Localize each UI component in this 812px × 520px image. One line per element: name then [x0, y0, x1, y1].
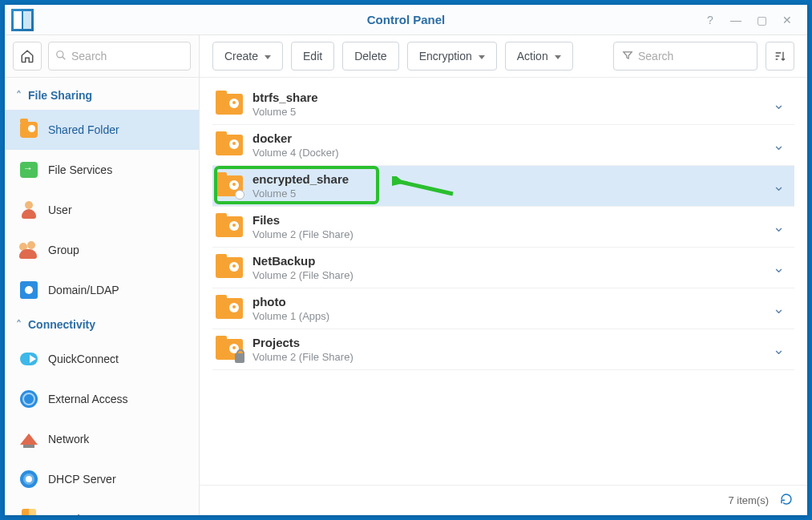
- close-icon[interactable]: ✕: [780, 14, 794, 26]
- sidebar-item-label: User: [48, 204, 72, 216]
- sidebar-item-group[interactable]: Group: [5, 230, 199, 270]
- folder-icon: [216, 133, 243, 157]
- caret-down-icon: [263, 50, 271, 62]
- chevron-down-icon[interactable]: ⌄: [766, 300, 791, 317]
- section-label: File Sharing: [28, 89, 92, 102]
- statusbar: 7 item(s): [200, 485, 807, 515]
- folder-icon: [216, 215, 243, 239]
- folder-sub: Volume 2 (File Share): [252, 269, 766, 281]
- folder-name: NetBackup: [252, 254, 766, 268]
- sidebar-item-domain-ldap[interactable]: Domain/LDAP: [5, 270, 199, 310]
- folder-item-btrfs-share[interactable]: btrfs_share Volume 5 ⌄: [212, 84, 794, 125]
- action-button[interactable]: Action: [505, 42, 573, 71]
- file-services-icon: [19, 160, 38, 179]
- folder-sub: Volume 1 (Apps): [252, 310, 766, 322]
- sidebar-item-external-access[interactable]: External Access: [5, 379, 199, 419]
- caret-down-icon: [477, 50, 485, 62]
- sidebar-item-label: File Services: [48, 163, 112, 176]
- sidebar-item-label: Network: [48, 433, 89, 445]
- folder-text: photo Volume 1 (Apps): [252, 295, 766, 322]
- sidebar-search-input[interactable]: [71, 50, 184, 62]
- section-label: Connectivity: [28, 318, 95, 331]
- chevron-down-icon[interactable]: ⌄: [766, 95, 791, 113]
- main: Create Edit Delete Encryption Action: [200, 35, 807, 515]
- svg-point-0: [57, 50, 63, 57]
- folder-icon: [216, 174, 243, 198]
- folder-name: encrypted_share: [252, 172, 766, 186]
- main-search-input[interactable]: [638, 50, 749, 62]
- sort-button[interactable]: [766, 42, 794, 71]
- caret-down-icon: [553, 50, 561, 62]
- sidebar-item-user[interactable]: User: [5, 190, 199, 230]
- security-icon: [19, 510, 38, 515]
- body: ˄ File Sharing Shared Folder File Servic…: [5, 35, 807, 515]
- folder-item-photo[interactable]: photo Volume 1 (Apps) ⌄: [212, 288, 794, 329]
- shared-folder-icon: [19, 120, 38, 139]
- folder-sub: Volume 2 (File Share): [252, 228, 766, 240]
- delete-button[interactable]: Delete: [342, 42, 398, 71]
- folder-item-docker[interactable]: docker Volume 4 (Docker) ⌄: [212, 125, 794, 166]
- sidebar-item-label: Domain/LDAP: [48, 284, 119, 296]
- folder-item-encrypted-share[interactable]: encrypted_share Volume 5 ⌄: [212, 166, 794, 207]
- sidebar-search[interactable]: [48, 42, 191, 71]
- network-icon: [19, 429, 38, 449]
- filter-icon: [622, 50, 633, 63]
- encryption-button[interactable]: Encryption: [407, 42, 497, 71]
- folder-text: docker Volume 4 (Docker): [252, 131, 766, 159]
- titlebar: Control Panel ? — ▢ ✕: [5, 5, 807, 35]
- chevron-down-icon[interactable]: ⌄: [766, 341, 791, 358]
- chevron-down-icon[interactable]: ⌄: [766, 259, 791, 276]
- refresh-icon[interactable]: [780, 493, 793, 509]
- folder-sub: Volume 5: [252, 187, 766, 200]
- chevron-down-icon[interactable]: ⌄: [766, 177, 791, 195]
- sidebar-list[interactable]: ˄ File Sharing Shared Folder File Servic…: [5, 78, 199, 515]
- home-button[interactable]: [13, 42, 42, 71]
- folder-name: btrfs_share: [252, 91, 766, 104]
- folder-icon: [216, 337, 243, 361]
- svg-line-1: [63, 56, 66, 59]
- dhcp-icon: [19, 470, 38, 489]
- sidebar-item-dhcp-server[interactable]: DHCP Server: [5, 459, 199, 499]
- item-count: 7 item(s): [728, 494, 769, 506]
- sidebar-item-file-services[interactable]: File Services: [5, 150, 199, 190]
- toolbar: Create Edit Delete Encryption Action: [200, 35, 807, 78]
- external-access-icon: [19, 389, 38, 409]
- folder-sub: Volume 5: [252, 106, 766, 118]
- chevron-up-icon: ˄: [16, 89, 22, 102]
- folder-name: photo: [252, 295, 766, 308]
- sidebar-item-security[interactable]: Security: [5, 499, 199, 515]
- folder-text: btrfs_share Volume 5: [252, 91, 766, 118]
- sidebar-top: [5, 35, 199, 78]
- sidebar-item-label: Shared Folder: [48, 123, 119, 136]
- folder-text: Projects Volume 2 (File Share): [252, 336, 766, 363]
- window: Control Panel ? — ▢ ✕: [5, 5, 807, 515]
- maximize-icon[interactable]: ▢: [754, 14, 769, 26]
- folder-list[interactable]: btrfs_share Volume 5 ⌄ docker Volume 4 (…: [200, 78, 807, 485]
- chevron-down-icon[interactable]: ⌄: [766, 218, 791, 236]
- create-button[interactable]: Create: [212, 42, 283, 71]
- folder-text: NetBackup Volume 2 (File Share): [252, 254, 766, 281]
- quickconnect-icon: [19, 349, 38, 369]
- group-icon: [19, 240, 38, 260]
- minimize-icon[interactable]: —: [729, 14, 743, 26]
- folder-item-netbackup[interactable]: NetBackup Volume 2 (File Share) ⌄: [212, 248, 794, 288]
- folder-icon: [216, 92, 243, 116]
- folder-item-projects[interactable]: Projects Volume 2 (File Share) ⌄: [212, 329, 794, 370]
- chevron-down-icon[interactable]: ⌄: [766, 136, 791, 154]
- window-controls: ? — ▢ ✕: [703, 14, 807, 26]
- folder-text: Files Volume 2 (File Share): [252, 213, 766, 240]
- search-icon: [55, 50, 67, 63]
- folder-sub: Volume 4 (Docker): [252, 147, 766, 159]
- sidebar-item-network[interactable]: Network: [5, 419, 199, 459]
- main-search[interactable]: [613, 42, 757, 71]
- section-file-sharing[interactable]: ˄ File Sharing: [5, 81, 199, 110]
- folder-item-files[interactable]: Files Volume 2 (File Share) ⌄: [212, 207, 794, 248]
- section-connectivity[interactable]: ˄ Connectivity: [5, 310, 199, 339]
- unlocked-icon: [235, 190, 244, 200]
- sidebar-item-quickconnect[interactable]: QuickConnect: [5, 339, 199, 379]
- window-title: Control Panel: [5, 13, 807, 26]
- edit-button[interactable]: Edit: [291, 42, 334, 71]
- user-icon: [19, 200, 38, 220]
- sidebar-item-shared-folder[interactable]: Shared Folder: [5, 110, 199, 150]
- help-icon[interactable]: ?: [703, 14, 717, 26]
